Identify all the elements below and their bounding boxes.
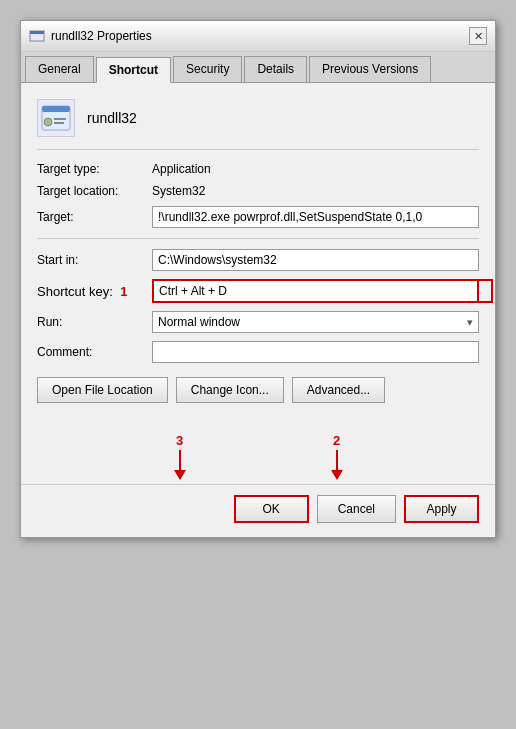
annotation-arrows-row [21,450,495,484]
shortcut-key-label: Shortcut key: 1 [37,284,152,299]
target-input[interactable] [152,206,479,228]
svg-rect-3 [42,106,70,112]
close-button[interactable]: ✕ [469,27,487,45]
run-select[interactable]: Normal window [152,311,479,333]
tab-security[interactable]: Security [173,56,242,82]
tab-shortcut[interactable]: Shortcut [96,57,171,83]
run-label: Run: [37,315,152,329]
annotation-2: 2 [333,433,340,448]
window-icon [29,28,45,44]
annotation-3: 3 [176,433,183,448]
start-in-row: Start in: [37,249,479,271]
action-buttons: Open File Location Change Icon... Advanc… [37,377,479,403]
shortcut-key-row: Shortcut key: 1 [37,279,479,303]
app-icon [37,99,75,137]
tab-general[interactable]: General [25,56,94,82]
app-header: rundll32 [37,99,479,150]
start-in-label: Start in: [37,253,152,267]
start-in-input[interactable] [152,249,479,271]
target-type-row: Target type: Application [37,162,479,176]
svg-rect-1 [30,31,44,34]
svg-rect-6 [54,122,64,124]
annotation-numbers-row: 3 2 [21,429,495,450]
window-title: rundll32 Properties [51,29,152,43]
annotation-bracket-right [479,279,493,303]
apply-button[interactable]: Apply [404,495,479,523]
target-type-value: Application [152,162,211,176]
title-bar: rundll32 Properties ✕ [21,21,495,52]
bottom-buttons: OK Cancel Apply [21,484,495,537]
change-icon-button[interactable]: Change Icon... [176,377,284,403]
run-select-wrapper: Normal window [152,311,479,333]
ok-button[interactable]: OK [234,495,309,523]
svg-rect-5 [54,118,66,120]
target-location-label: Target location: [37,184,152,198]
arrow-down-2 [331,450,343,480]
cancel-button[interactable]: Cancel [317,495,396,523]
shortcut-key-input[interactable] [152,279,479,303]
open-file-location-button[interactable]: Open File Location [37,377,168,403]
target-location-value: System32 [152,184,205,198]
tab-previous-versions[interactable]: Previous Versions [309,56,431,82]
target-label: Target: [37,210,152,224]
tab-details[interactable]: Details [244,56,307,82]
properties-window: rundll32 Properties ✕ General Shortcut S… [20,20,496,538]
tab-bar: General Shortcut Security Details Previo… [21,52,495,83]
tab-content: rundll32 Target type: Application Target… [21,83,495,429]
annotation-1: 1 [120,284,127,299]
app-name: rundll32 [87,110,137,126]
comment-row: Comment: [37,341,479,363]
comment-label: Comment: [37,345,152,359]
arrow-down-3 [174,450,186,480]
run-row: Run: Normal window [37,311,479,333]
target-location-row: Target location: System32 [37,184,479,198]
svg-point-4 [44,118,52,126]
target-row: Target: [37,206,479,228]
comment-input[interactable] [152,341,479,363]
target-type-label: Target type: [37,162,152,176]
advanced-button[interactable]: Advanced... [292,377,385,403]
